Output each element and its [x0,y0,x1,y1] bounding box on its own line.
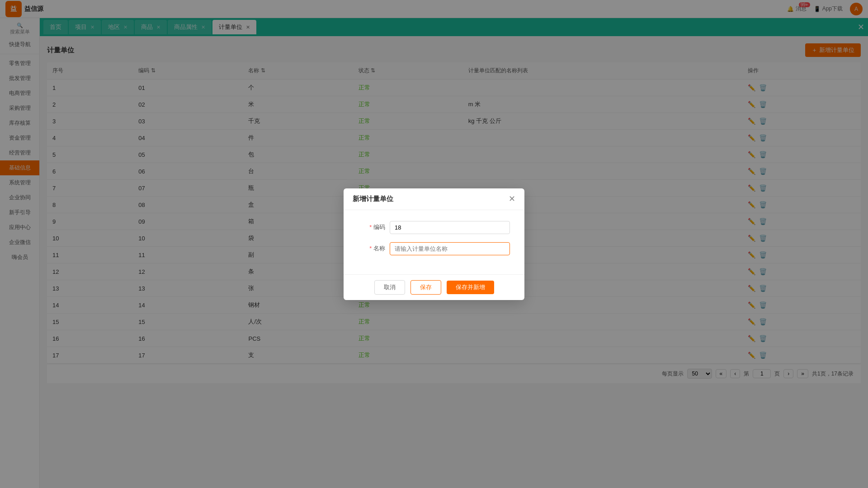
name-required-star: * [369,245,372,252]
form-row-name: * 名称 [358,242,510,255]
modal-title: 新增计量单位 [353,195,393,203]
save-button[interactable]: 保存 [410,280,441,295]
code-label: * 编码 [358,223,385,231]
modal-footer: 取消 保存 保存并新增 [344,274,524,300]
name-label: * 名称 [358,244,385,253]
form-row-code: * 编码 [358,221,510,234]
code-input[interactable] [390,221,510,234]
cancel-button[interactable]: 取消 [374,280,405,295]
modal-overlay: 新增计量单位 ✕ * 编码 * 名称 取消 保存 保存并新增 [0,0,868,488]
modal-header: 新增计量单位 ✕ [344,188,524,210]
code-label-text: 编码 [373,224,385,230]
code-required-star: * [369,224,372,230]
add-unit-modal: 新增计量单位 ✕ * 编码 * 名称 取消 保存 保存并新增 [344,188,524,300]
modal-close-button[interactable]: ✕ [509,195,515,203]
modal-body: * 编码 * 名称 [344,210,524,274]
name-label-text: 名称 [373,245,385,252]
save-add-button[interactable]: 保存并新增 [447,281,494,294]
name-input[interactable] [390,242,510,255]
